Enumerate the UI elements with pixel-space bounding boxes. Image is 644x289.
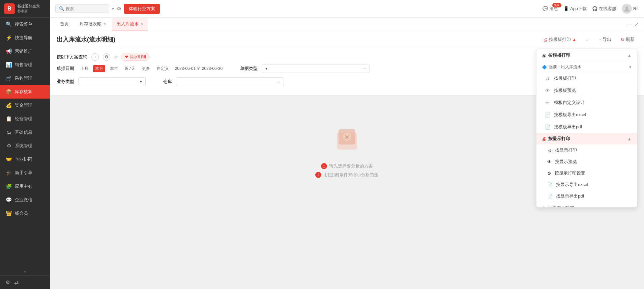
date-opt-this-year[interactable]: 本年 bbox=[108, 65, 120, 72]
business-type-select[interactable]: ▾ bbox=[78, 77, 146, 86]
sidebar-item-purchase[interactable]: 🛒 采购管理 bbox=[0, 72, 50, 85]
filter-add-btn[interactable]: + bbox=[91, 53, 99, 61]
tip-text-1: 请先选择要分析的方案 bbox=[329, 163, 373, 169]
empty-tip-1: 1 请先选择要分析的方案 bbox=[321, 163, 373, 169]
sidebar-item-guide[interactable]: 🎓 新手引导 bbox=[0, 166, 50, 180]
dropdown-header-title: 🖨 按模板打印 bbox=[542, 52, 570, 58]
export-btn[interactable]: ↑ 导出 bbox=[596, 35, 614, 44]
dropdown-item-display-settings[interactable]: ⚙ 按显示打印设置 bbox=[536, 167, 637, 179]
sidebar-scroll: 🔍 搜索菜单 ⚡ 快捷导航 📢 营销推广 📊 销售管理 🛒 采购管理 📦 库存核… bbox=[0, 18, 50, 268]
print-dropdown-panel: 🖨 按模板打印 ▲ 🔷 当前：出入库流水 ▾ 🖨 按模板打印 bbox=[536, 49, 637, 208]
sidebar-item-sales[interactable]: 📊 销售管理 bbox=[0, 58, 50, 72]
user-menu[interactable]: Rit bbox=[622, 4, 639, 14]
display-printer-icon: 🖨 bbox=[542, 136, 546, 141]
dropdown-item-label: 按显示打印 bbox=[555, 147, 577, 153]
dropdown-item-template-pdf[interactable]: 📄 按模板导出pdf bbox=[536, 121, 637, 133]
date-opt-custom[interactable]: 自定义 bbox=[155, 65, 171, 72]
refresh-btn[interactable]: ↻ 刷新 bbox=[618, 35, 637, 44]
sidebar-item-label: 搜索菜单 bbox=[15, 21, 32, 27]
topbar-search-chevron[interactable]: ▾ bbox=[112, 6, 114, 11]
sidebar-scroll-down[interactable]: ▼ bbox=[0, 268, 50, 275]
topbar-gear-icon[interactable]: ⚙ bbox=[117, 5, 121, 12]
dropdown-item-template-preview[interactable]: 👁 按模板预览 bbox=[536, 84, 637, 97]
date-opt-this-month[interactable]: 本月 bbox=[93, 65, 105, 72]
sidebar-item-label: 基础信息 bbox=[15, 129, 32, 135]
message-btn[interactable]: 💬 消息 99+ bbox=[543, 6, 558, 12]
sidebar-item-quicknav[interactable]: ⚡ 快捷导航 bbox=[0, 31, 50, 45]
sidebar-item-system[interactable]: ⚙ 系统管理 bbox=[0, 139, 50, 153]
print-template-label: 按模板打印 bbox=[549, 36, 571, 43]
user-name: Rit bbox=[633, 6, 639, 11]
sidebar-item-collab[interactable]: 🤝 企业协同 bbox=[0, 153, 50, 166]
tab-home[interactable]: 首页 bbox=[55, 18, 74, 30]
display-section-label: 按显示打印 bbox=[548, 136, 570, 142]
trial-button[interactable]: 体验行业方案 bbox=[124, 4, 160, 14]
sidebar-item-finance[interactable]: 💰 资金管理 bbox=[0, 99, 50, 112]
date-opt-more[interactable]: 更多 bbox=[140, 65, 152, 72]
dropdown-item-template-excel[interactable]: 📄 按模板导出excel bbox=[536, 109, 637, 121]
filter-settings-btn[interactable]: ⚙ bbox=[103, 53, 110, 61]
date-opt-last-month[interactable]: 上月 bbox=[78, 65, 90, 72]
tab-batch[interactable]: 库存批次账 × bbox=[75, 18, 111, 30]
sidebar-item-appcenter[interactable]: 🧩 应用中心 bbox=[0, 180, 50, 193]
sidebar-item-basic[interactable]: 🗂 基础信息 bbox=[0, 126, 50, 139]
sidebar-item-label: 快捷导航 bbox=[15, 35, 32, 41]
sidebar-item-inventory[interactable]: 📦 库存核算 bbox=[0, 85, 50, 99]
sidebar-item-search[interactable]: 🔍 搜索菜单 bbox=[0, 18, 50, 31]
display-excel-icon: 📄 bbox=[547, 182, 553, 187]
sidebar-item-label: 营销推广 bbox=[15, 48, 32, 54]
warehouse-more[interactable]: ··· bbox=[277, 79, 280, 84]
warehouse-select[interactable]: ··· bbox=[176, 77, 284, 86]
online-service-btn[interactable]: 🎧 在线客服 bbox=[592, 6, 616, 12]
topbar-search-box[interactable]: 🔍 bbox=[55, 4, 109, 13]
sidebar-item-member[interactable]: 👑 畅会员 bbox=[0, 207, 50, 220]
dropdown-item-display-preview[interactable]: 👁 按显示预览 bbox=[536, 156, 637, 167]
current-chevron[interactable]: ▾ bbox=[629, 64, 632, 70]
display-pdf-icon: 📄 bbox=[547, 194, 553, 199]
dropdown-items: 🖨 按模板打印 👁 按模板预览 ✏ 模板自定义设计 📄 bbox=[536, 72, 637, 207]
operations-icon: 📋 bbox=[5, 115, 12, 122]
page-header: 出入库流水(流水明细) 🖨 按模板打印 ▲ ··· ↑ 导出 ↻ 刷新 bbox=[50, 31, 644, 48]
dropdown-item-display-excel[interactable]: 📄 按显示导出excel bbox=[536, 179, 637, 190]
sales-icon: 📊 bbox=[5, 61, 12, 68]
sidebar-item-label: 畅会员 bbox=[15, 210, 28, 216]
footer-chevron[interactable]: ▾ bbox=[629, 206, 632, 208]
dropdown-item-template-print[interactable]: 🖨 按模板打印 bbox=[536, 72, 637, 84]
tab-expand-icon[interactable]: ⤢ bbox=[635, 22, 639, 27]
tab-flow-close[interactable]: × bbox=[141, 22, 143, 26]
settings-icon[interactable]: ⚙ bbox=[5, 279, 10, 286]
sidebar-item-marketing[interactable]: 📢 营销推广 bbox=[0, 45, 50, 58]
printer-icon: 🖨 bbox=[543, 37, 548, 42]
sidebar-item-wechat[interactable]: 💬 企业微信 bbox=[0, 193, 50, 207]
sidebar: B 畅捷通好生意 标准版 🔍 搜索菜单 ⚡ 快捷导航 📢 营销推广 📊 销售管理… bbox=[0, 0, 50, 289]
sidebar-item-label: 企业协同 bbox=[15, 156, 32, 162]
filter-collapse-arrow[interactable]: « bbox=[114, 54, 117, 60]
dropdown-footer[interactable]: ⚙ 设置默认功能 ▾ bbox=[536, 202, 637, 207]
doc-type-select[interactable]: ▾ ··· bbox=[262, 64, 370, 73]
dropdown-item-label: 按模板导出excel bbox=[554, 112, 586, 118]
sidebar-item-operations[interactable]: 📋 经营管理 bbox=[0, 112, 50, 126]
dropdown-item-display-pdf[interactable]: 📄 按显示导出pdf bbox=[536, 190, 637, 202]
tab-batch-close[interactable]: × bbox=[104, 22, 106, 26]
doc-type-more[interactable]: ··· bbox=[362, 66, 366, 71]
dropdown-header-chevron[interactable]: ▲ bbox=[627, 53, 632, 58]
date-opt-7days[interactable]: 近7天 bbox=[123, 65, 137, 72]
tab-minimize-icon[interactable]: — bbox=[627, 22, 632, 27]
ellipsis-btn[interactable]: ··· bbox=[583, 36, 592, 44]
expand-icon[interactable]: ⇄ bbox=[14, 279, 19, 286]
filter-tag-label: 流水明细 bbox=[130, 54, 146, 60]
dropdown-item-display-print[interactable]: 🖨 按显示打印 bbox=[536, 144, 637, 156]
section-chevron-up-icon[interactable]: ▲ bbox=[627, 136, 632, 141]
search-input[interactable] bbox=[66, 6, 99, 11]
date-filter: 上月 本月 本年 近7天 更多 自定义 2023-06-01 至 2023-06… bbox=[78, 65, 223, 72]
sidebar-item-label: 应用中心 bbox=[15, 183, 32, 189]
dropdown-item-template-custom[interactable]: ✏ 模板自定义设计 bbox=[536, 97, 637, 109]
print-template-btn[interactable]: 🖨 按模板打印 ▲ bbox=[540, 35, 579, 44]
refresh-icon: ↻ bbox=[621, 37, 624, 42]
tab-flow[interactable]: 出入库流水 × bbox=[112, 18, 148, 30]
ellipsis-icon: ··· bbox=[586, 37, 590, 42]
member-icon: 👑 bbox=[5, 210, 12, 217]
guide-icon: 🎓 bbox=[5, 169, 12, 176]
app-download-btn[interactable]: 📱 App下载 bbox=[563, 6, 587, 12]
sidebar-item-label: 企业微信 bbox=[15, 197, 32, 203]
